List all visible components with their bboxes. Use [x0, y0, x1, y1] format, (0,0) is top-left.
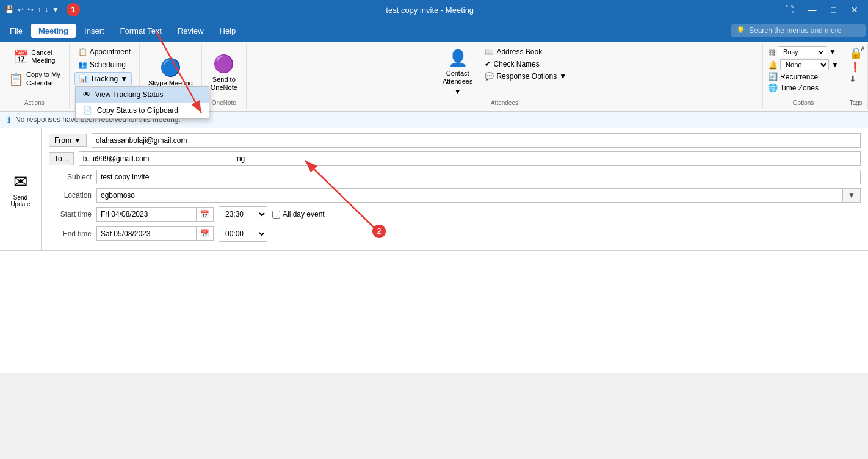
search-input[interactable]: [749, 26, 861, 35]
location-label: Location: [49, 191, 92, 200]
start-date-wrap: 📅: [96, 207, 214, 222]
skype-icon: 🔵: [160, 57, 181, 78]
menu-file[interactable]: File: [2, 24, 30, 38]
ribbon-group-actions: 📅 Cancel Meeting 📋 Copy to My Calendar A…: [0, 44, 70, 109]
start-date-input[interactable]: [97, 208, 196, 221]
appointment-btn[interactable]: 📋 Appointment: [74, 46, 134, 57]
end-time-row: End time 📅 00:00: [49, 226, 861, 242]
lock-icon: 🔒: [849, 46, 863, 60]
maximize-btn[interactable]: □: [826, 4, 841, 16]
end-date-calendar-icon[interactable]: 📅: [196, 227, 213, 240]
menu-meeting[interactable]: Meeting: [31, 24, 76, 38]
copy-icon: 📋: [9, 72, 24, 87]
contact-icon: 👤: [448, 49, 468, 68]
redo-icon[interactable]: ↪: [27, 5, 34, 14]
close-btn[interactable]: ✕: [846, 4, 863, 16]
check-names-label: Check Names: [493, 60, 539, 68]
scheduling-icon: 👥: [78, 60, 87, 69]
onenote-icon: 🟣: [213, 54, 234, 74]
message-body-area[interactable]: [0, 251, 868, 373]
start-time-select[interactable]: 23:30: [219, 206, 267, 222]
location-input-wrap: ▼: [96, 188, 861, 203]
response-label: Response Options: [496, 72, 557, 81]
response-dropdown-icon: ▼: [559, 72, 566, 81]
reminder-select[interactable]: None: [780, 59, 829, 70]
form-fields: From ▼ To... Subject Location ▼ S: [42, 128, 868, 250]
send-icon: ✉: [13, 172, 27, 192]
copy-to-calendar-btn[interactable]: 📋 Copy to My Calendar: [5, 68, 64, 89]
up-icon[interactable]: ↑: [37, 5, 41, 14]
menu-insert[interactable]: Insert: [77, 24, 112, 38]
view-tracking-label: View Tracking Status: [95, 90, 164, 99]
from-row: From ▼: [49, 133, 861, 148]
location-dropdown-icon[interactable]: ▼: [842, 189, 860, 202]
check-names-btn[interactable]: ✔ Check Names: [481, 59, 570, 70]
to-input[interactable]: [79, 151, 861, 166]
minimize-btn[interactable]: —: [803, 4, 822, 16]
info-icon: ℹ: [7, 115, 10, 125]
from-input[interactable]: [92, 133, 861, 148]
from-button[interactable]: From ▼: [49, 134, 87, 147]
start-time-label: Start time: [49, 210, 92, 219]
start-date-calendar-icon[interactable]: 📅: [196, 208, 213, 221]
view-tracking-status-item[interactable]: 👁 View Tracking Status: [76, 87, 209, 103]
cancel-meeting-label: Cancel Meeting: [31, 49, 55, 65]
expand-btn[interactable]: ⛶: [780, 4, 798, 16]
tracking-dropdown-menu: 👁 View Tracking Status 📄 Copy Status to …: [75, 86, 209, 119]
save-icon[interactable]: 💾: [5, 5, 14, 14]
subject-input[interactable]: [96, 170, 861, 184]
address-book-btn[interactable]: 📖 Address Book: [481, 46, 570, 57]
bell-icon: 🔔: [768, 60, 778, 70]
cancel-meeting-btn[interactable]: 📅 Cancel Meeting: [10, 46, 59, 67]
search-box[interactable]: 💡: [731, 24, 866, 37]
search-icon: 💡: [736, 26, 745, 35]
recurrence-icon: 🔄: [768, 72, 778, 81]
from-label: From: [54, 136, 71, 145]
allday-checkbox[interactable]: [272, 211, 280, 219]
location-input[interactable]: [97, 189, 842, 202]
menu-bar: File Meeting Insert Format Text Review H…: [0, 20, 868, 42]
form-container: ✉ SendUpdate From ▼ To... Subject Locat: [0, 128, 868, 251]
timezones-label[interactable]: Time Zones: [780, 84, 819, 92]
menu-format-text[interactable]: Format Text: [113, 24, 169, 38]
menu-help[interactable]: Help: [212, 24, 244, 38]
attendees-group-label: Attendees: [491, 98, 518, 106]
important-icon: ❗: [849, 61, 863, 73]
copy-status-item[interactable]: 📄 Copy Status to Clipboard: [76, 103, 209, 118]
timezones-row: 🌐 Time Zones: [768, 83, 819, 92]
allday-wrap: All day event: [272, 210, 325, 219]
response-icon: 💬: [485, 72, 494, 81]
tracking-icon: 📊: [79, 74, 88, 83]
title-bar: 💾 ↩ ↪ ↑ ↓ ▼ 1 test copy invite - Meeting…: [0, 0, 868, 20]
end-time-select[interactable]: 00:00: [219, 226, 267, 242]
end-time-label: End time: [49, 230, 92, 238]
busy-dropdown-icon: ▼: [829, 48, 836, 56]
address-book-label: Address Book: [496, 48, 542, 56]
onenote-btn[interactable]: 🟣 Send to OneNote: [207, 51, 241, 94]
down-icon[interactable]: ↓: [45, 5, 48, 14]
down-arrow-icon: ⬇: [849, 74, 863, 84]
undo-icon[interactable]: ↩: [18, 5, 24, 14]
menu-review[interactable]: Review: [170, 24, 211, 38]
contact-label: Contact Attendees: [443, 70, 473, 85]
response-options-btn[interactable]: 💬 Response Options ▼: [481, 71, 570, 82]
ribbon-group-show: 📋 Appointment 👥 Scheduling 📊 Tracking ▼ …: [70, 44, 140, 109]
skype-meeting-btn[interactable]: 🔵 Skype Meeting: [145, 55, 197, 90]
reminder-row: 🔔 None ▼: [768, 59, 839, 70]
check-names-icon: ✔: [485, 60, 491, 68]
busy-select[interactable]: Busy: [778, 46, 826, 57]
busy-icon: ▨: [768, 48, 775, 57]
busy-row: ▨ Busy ▼: [768, 46, 836, 57]
scheduling-label: Scheduling: [90, 60, 126, 69]
to-button[interactable]: To...: [49, 152, 74, 165]
ribbon-group-attendees: 👤 Contact Attendees ▼ 📖 Address Book ✔ C…: [247, 44, 763, 109]
recurrence-label[interactable]: Recurrence: [780, 73, 818, 81]
qat-dropdown-icon[interactable]: ▼: [52, 5, 59, 14]
scheduling-btn[interactable]: 👥 Scheduling: [74, 59, 129, 70]
send-area: ✉ SendUpdate: [0, 128, 42, 250]
end-date-input[interactable]: [97, 227, 196, 240]
subject-row: Subject: [49, 170, 861, 184]
contact-attendees-btn[interactable]: 👤 Contact Attendees ▼: [439, 46, 477, 98]
send-update-btn[interactable]: ✉ SendUpdate: [7, 168, 34, 211]
tracking-btn[interactable]: 📊 Tracking ▼ 👁 View Tracking Status 📄 Co…: [74, 72, 132, 85]
